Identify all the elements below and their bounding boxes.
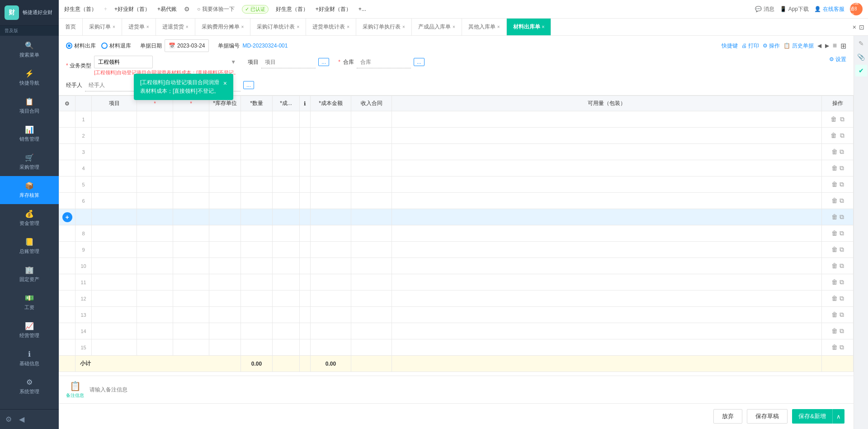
copy-row-btn[interactable]: ⧉ xyxy=(839,343,845,352)
td-cost-amount[interactable] xyxy=(311,144,351,160)
delete-row-btn[interactable]: 🗑 xyxy=(830,212,839,221)
td-income-contract[interactable] xyxy=(351,176,392,193)
tab-home[interactable]: 首页 xyxy=(59,19,83,35)
copy-row-btn[interactable]: ⧉ xyxy=(839,147,845,156)
sidebar-item-sales[interactable]: 📊 销售管理 xyxy=(0,120,59,148)
td-material[interactable] xyxy=(137,176,173,193)
td-material[interactable] xyxy=(137,128,173,144)
copy-row-btn[interactable]: ⧉ xyxy=(839,326,845,335)
user-avatar[interactable]: 畅捷通8号... xyxy=(850,3,863,15)
tooltip-close-btn[interactable]: × xyxy=(223,78,227,88)
copy-row-btn[interactable]: ⧉ xyxy=(839,229,845,238)
save-new-arrow-btn[interactable]: ∧ xyxy=(832,409,844,424)
td-material[interactable] xyxy=(137,193,173,209)
td-cost-amount[interactable] xyxy=(311,128,351,144)
td-project[interactable] xyxy=(92,160,137,176)
copy-row-btn[interactable]: ⧉ xyxy=(839,163,845,172)
td-spec[interactable] xyxy=(173,128,209,144)
td-p3[interactable] xyxy=(137,209,173,225)
sidebar-item-finance[interactable]: 💰 资金管理 xyxy=(0,204,59,232)
nav-prev-btn[interactable]: ◀ xyxy=(817,43,821,49)
row-input-1[interactable] xyxy=(78,214,89,220)
td-unit[interactable] xyxy=(209,193,241,209)
tab-close-icon[interactable]: × xyxy=(186,24,189,29)
sidebar-item-search[interactable]: 🔍 搜索菜单 xyxy=(0,36,59,64)
td-input1[interactable] xyxy=(75,209,92,225)
layout-btn2[interactable]: ⊞ xyxy=(840,42,846,50)
td-spec[interactable] xyxy=(173,193,209,209)
td-unit[interactable] xyxy=(209,128,241,144)
tab-close-icon[interactable]: × xyxy=(542,24,545,29)
copy-row-btn[interactable]: ⧉ xyxy=(839,294,845,303)
history-btn[interactable]: 📋 历史单据 xyxy=(783,42,813,50)
td-cost-price[interactable] xyxy=(273,111,300,128)
business-type-input[interactable]: 工程领料 xyxy=(94,56,153,68)
check-panel-btn[interactable]: ✔ xyxy=(855,65,867,76)
td-project[interactable] xyxy=(92,128,137,144)
copy-row-btn[interactable]: ⧉ xyxy=(839,212,845,221)
sidebar-item-quicknav[interactable]: ⚡ 快捷导航 xyxy=(0,64,59,92)
delete-row-btn[interactable]: 🗑 xyxy=(830,196,839,205)
delete-row-btn[interactable]: 🗑 xyxy=(830,261,839,270)
app-download-button[interactable]: 📱 App下载 xyxy=(780,5,809,13)
save-new-main-btn[interactable]: 保存&新增 xyxy=(792,409,832,424)
date-input[interactable]: 📅 2023-03-24 xyxy=(165,39,209,52)
nav-more[interactable]: +... xyxy=(359,6,366,12)
delete-row-btn[interactable]: 🗑 xyxy=(830,180,839,189)
sidebar-item-project[interactable]: 📋 项目合同 xyxy=(0,92,59,120)
td-income-contract[interactable] xyxy=(351,111,392,128)
nav-easy-agency[interactable]: +易代账 xyxy=(157,5,177,13)
copy-row-btn[interactable]: ⧉ xyxy=(839,114,845,124)
td-cost-amount[interactable] xyxy=(311,111,351,128)
nav-good-business[interactable]: 好生意（首） xyxy=(64,5,97,13)
sidebar-collapse-btn[interactable]: ◀ xyxy=(17,413,26,425)
nav-next-btn[interactable]: ▶ xyxy=(825,43,829,49)
td-quantity[interactable] xyxy=(241,111,273,128)
td-cost-price[interactable] xyxy=(273,193,300,209)
td-quantity[interactable] xyxy=(241,176,273,193)
tab-purchase-expense[interactable]: 采购费用分摊单 × xyxy=(195,19,251,35)
edit-panel-btn[interactable]: ✎ xyxy=(855,38,867,49)
handler-input[interactable] xyxy=(85,79,139,91)
td-cost-price[interactable] xyxy=(273,128,300,144)
copy-row-btn[interactable]: ⧉ xyxy=(839,277,845,286)
td-income-contract[interactable] xyxy=(351,144,392,160)
tabs-maximize-btn[interactable]: ⊡ xyxy=(859,24,864,31)
tab-goods-receipt[interactable]: 进货单 × xyxy=(122,19,156,35)
tab-purchase-stats[interactable]: 采购订单统计表 × xyxy=(250,19,306,35)
project-ellipsis-btn[interactable]: ... xyxy=(318,58,329,66)
copy-row-btn[interactable]: ⧉ xyxy=(839,261,845,270)
td-cost-amount[interactable] xyxy=(311,193,351,209)
delete-row-btn[interactable]: 🗑 xyxy=(830,114,838,124)
td-project[interactable] xyxy=(92,144,137,160)
td-quantity[interactable] xyxy=(241,193,273,209)
tab-goods-stats[interactable]: 进货单统计表 × xyxy=(306,19,356,35)
tab-goods-return[interactable]: 进退货货 × xyxy=(156,19,195,35)
td-unit[interactable] xyxy=(209,111,241,128)
warehouse-ellipsis-btn[interactable]: ... xyxy=(414,58,425,66)
td-spec[interactable] xyxy=(173,144,209,160)
delete-row-btn[interactable]: 🗑 xyxy=(830,229,839,238)
online-service-button[interactable]: 👤 在线客服 xyxy=(814,5,844,13)
td-unit[interactable] xyxy=(209,144,241,160)
msg-button[interactable]: 💬 消息 xyxy=(755,5,774,13)
td-material[interactable] xyxy=(137,111,173,128)
sidebar-item-management[interactable]: 📈 经营管理 xyxy=(0,316,59,344)
project-input[interactable] xyxy=(261,56,316,68)
td-material[interactable] xyxy=(137,144,173,160)
td-material[interactable] xyxy=(137,160,173,176)
delete-row-btn[interactable]: 🗑 xyxy=(830,326,839,335)
tab-purchase-order[interactable]: 采购订单 × xyxy=(83,19,122,35)
delete-row-btn[interactable]: 🗑 xyxy=(830,294,839,303)
sidebar-item-inventory[interactable]: 📦 库存核算 xyxy=(0,176,59,204)
th-settings[interactable]: ⚙ xyxy=(59,96,75,111)
td-available[interactable] xyxy=(392,128,822,144)
td-p6[interactable] xyxy=(241,209,273,225)
tab-material-out[interactable]: 材料出库单 × xyxy=(507,19,552,35)
td-unit[interactable] xyxy=(209,176,241,193)
copy-row-btn[interactable]: ⧉ xyxy=(839,310,845,319)
td-available[interactable] xyxy=(392,160,822,176)
income-contract-ellipsis-btn[interactable]: ... xyxy=(243,81,254,89)
nav-settings-icon[interactable]: ⚙ xyxy=(184,5,190,13)
tab-close-icon[interactable]: × xyxy=(297,24,299,29)
